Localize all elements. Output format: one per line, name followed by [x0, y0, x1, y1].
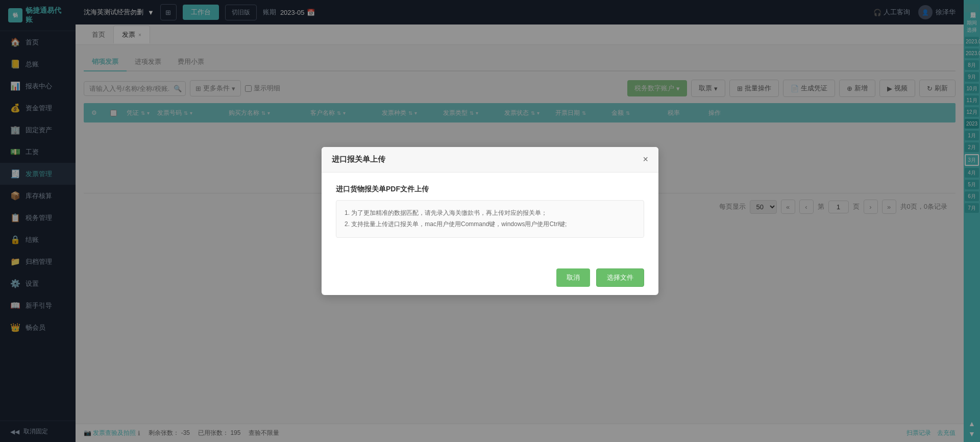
modal-overlay: 进口报关单上传 × 进口货物报关单PDF文件上传 1. 为了更加精准的数据匹配，… — [0, 0, 980, 442]
import-customs-dialog: 进口报关单上传 × 进口货物报关单PDF文件上传 1. 为了更加精准的数据匹配，… — [322, 147, 658, 294]
cancel-button[interactable]: 取消 — [556, 268, 590, 287]
dialog-section-title: 进口货物报关单PDF文件上传 — [336, 185, 644, 194]
dialog-footer: 取消 选择文件 — [322, 260, 658, 295]
select-file-button[interactable]: 选择文件 — [596, 268, 644, 287]
dialog-title: 进口报关单上传 — [332, 155, 385, 164]
dialog-close-button[interactable]: × — [643, 154, 648, 165]
dialog-header: 进口报关单上传 × — [322, 147, 658, 173]
dialog-info-box: 1. 为了更加精准的数据匹配，请先录入海关缴款书，再上传对应的报关单； 2. 支… — [336, 200, 644, 237]
dialog-info-item-1: 1. 为了更加精准的数据匹配，请先录入海关缴款书，再上传对应的报关单； — [345, 208, 635, 219]
dialog-info-item-2: 2. 支持批量上传进口报关单，mac用户使用Command键，windows用户… — [345, 219, 635, 230]
dialog-body: 进口货物报关单PDF文件上传 1. 为了更加精准的数据匹配，请先录入海关缴款书，… — [322, 173, 658, 260]
